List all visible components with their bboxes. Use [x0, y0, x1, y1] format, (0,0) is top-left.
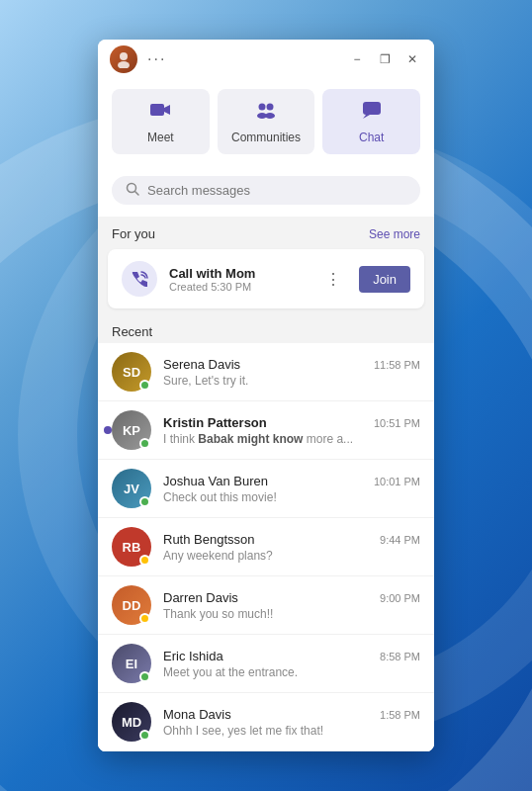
chat-preview-text: Meet you at the entrance.: [163, 665, 298, 679]
avatar-wrap: KP: [112, 410, 151, 450]
chat-icon: [361, 99, 383, 126]
svg-marker-9: [363, 115, 370, 119]
chat-name: Darren Davis: [163, 590, 238, 605]
svg-marker-3: [164, 105, 170, 115]
maximize-button[interactable]: ❐: [375, 49, 395, 69]
chat-time: 11:58 PM: [374, 359, 420, 371]
chat-name: Joshua Van Buren: [163, 474, 268, 488]
chat-preview-text: Check out this movie!: [163, 490, 277, 504]
call-info: Call with Mom Created 5:30 PM: [169, 266, 313, 293]
chat-content: Kristin Patterson 10:51 PM I think Babak…: [163, 415, 420, 446]
chat-nav-button[interactable]: Chat: [322, 89, 420, 154]
avatar-wrap: SD: [112, 352, 151, 392]
chat-preview: Check out this movie!: [163, 490, 420, 504]
chat-item[interactable]: MD Mona Davis 1:58 PM Ohhh I see, yes le…: [98, 693, 434, 751]
call-card: Call with Mom Created 5:30 PM ⋮ Join: [108, 249, 424, 308]
chat-top: Kristin Patterson 10:51 PM: [163, 415, 420, 430]
minimize-button[interactable]: −: [347, 49, 367, 69]
call-name: Call with Mom: [169, 266, 313, 281]
chat-list: SD Serena Davis 11:58 PM Sure, Let's try…: [98, 343, 434, 751]
avatar-wrap: RB: [112, 527, 151, 567]
status-indicator: [139, 380, 150, 391]
chat-item[interactable]: RB Ruth Bengtsson 9:44 PM Any weekend pl…: [98, 518, 434, 576]
chat-preview: I think Babak might know more a...: [163, 432, 420, 446]
search-section: [98, 168, 434, 217]
status-indicator: [139, 730, 150, 741]
communities-icon: [255, 99, 277, 126]
chat-preview-text: Any weekend plans?: [163, 549, 273, 563]
chat-top: Ruth Bengtsson 9:44 PM: [163, 532, 420, 547]
chat-preview: Thank you so much!!: [163, 607, 420, 621]
more-options-button[interactable]: ···: [147, 50, 166, 68]
chat-time: 8:58 PM: [380, 651, 420, 662]
call-time: Created 5:30 PM: [169, 281, 313, 293]
status-indicator: [139, 671, 150, 682]
chat-preview-text: Sure, Let's try it.: [163, 374, 248, 388]
status-indicator: [139, 496, 150, 507]
call-icon: [122, 261, 157, 297]
svg-point-4: [259, 104, 266, 111]
status-indicator: [139, 613, 150, 624]
search-bar: [112, 176, 420, 205]
chat-time: 1:58 PM: [380, 709, 420, 721]
unread-indicator: [104, 426, 112, 434]
chat-top: Joshua Van Buren 10:01 PM: [163, 474, 420, 488]
svg-point-0: [120, 52, 128, 60]
chat-top: Darren Davis 9:00 PM: [163, 590, 420, 605]
chat-content: Serena Davis 11:58 PM Sure, Let's try it…: [163, 357, 420, 388]
chat-preview: Meet you at the entrance.: [163, 665, 420, 679]
chat-top: Eric Ishida 8:58 PM: [163, 649, 420, 663]
chat-preview: Ohhh I see, yes let me fix that!: [163, 724, 420, 738]
chat-content: Mona Davis 1:58 PM Ohhh I see, yes let m…: [163, 707, 420, 738]
chat-content: Ruth Bengtsson 9:44 PM Any weekend plans…: [163, 532, 420, 563]
communities-nav-button[interactable]: Communities: [218, 89, 315, 154]
chat-top: Mona Davis 1:58 PM: [163, 707, 420, 722]
avatar-wrap: MD: [112, 702, 151, 742]
join-button[interactable]: Join: [359, 266, 410, 293]
chat-preview-text: Thank you so much!!: [163, 607, 273, 621]
chat-time: 10:51 PM: [374, 417, 420, 429]
avatar-wrap: DD: [112, 585, 151, 625]
avatar-wrap: EI: [112, 644, 151, 683]
call-more-options[interactable]: ⋮: [325, 270, 341, 289]
svg-point-7: [265, 113, 275, 119]
meet-icon: [149, 99, 171, 126]
chat-item[interactable]: SD Serena Davis 11:58 PM Sure, Let's try…: [98, 343, 434, 401]
chat-item[interactable]: JV Joshua Van Buren 10:01 PM Check out t…: [98, 460, 434, 518]
chat-top: Serena Davis 11:58 PM: [163, 357, 420, 372]
chat-preview: Any weekend plans?: [163, 549, 420, 563]
chat-item[interactable]: DD Darren Davis 9:00 PM Thank you so muc…: [98, 576, 434, 635]
close-button[interactable]: ✕: [402, 49, 422, 69]
chat-name: Eric Ishida: [163, 649, 223, 663]
app-window: ··· − ❐ ✕ Meet: [98, 40, 434, 751]
chat-item[interactable]: EI Eric Ishida 8:58 PM Meet you at the e…: [98, 635, 434, 693]
chat-item[interactable]: KP Kristin Patterson 10:51 PM I think Ba…: [98, 401, 434, 460]
chat-name: Ruth Bengtsson: [163, 532, 255, 547]
meet-label: Meet: [147, 131, 174, 144]
content-area: For you See more Call with Mom Created 5…: [98, 217, 434, 751]
svg-rect-2: [150, 104, 164, 116]
svg-point-5: [267, 104, 274, 111]
svg-point-1: [118, 61, 130, 68]
window-controls: − ❐ ✕: [347, 49, 422, 69]
see-more-button[interactable]: See more: [369, 227, 420, 241]
avatar-wrap: JV: [112, 469, 151, 508]
for-you-header: For you See more: [98, 217, 434, 249]
chat-content: Eric Ishida 8:58 PM Meet you at the entr…: [163, 649, 420, 679]
chat-name: Mona Davis: [163, 707, 231, 722]
search-icon: [126, 182, 139, 199]
communities-label: Communities: [231, 131, 301, 144]
status-indicator: [139, 438, 150, 449]
chat-preview-text: I think Babak might know more a...: [163, 432, 353, 446]
chat-preview-text: Ohhh I see, yes let me fix that!: [163, 724, 323, 738]
avatar: [110, 45, 137, 73]
search-input[interactable]: [147, 183, 406, 198]
chat-time: 9:44 PM: [380, 534, 420, 546]
recent-header: Recent: [98, 318, 434, 343]
status-indicator: [139, 555, 150, 566]
chat-name: Kristin Patterson: [163, 415, 267, 430]
chat-label: Chat: [359, 131, 384, 144]
meet-nav-button[interactable]: Meet: [112, 89, 210, 154]
chat-name: Serena Davis: [163, 357, 240, 372]
chat-content: Darren Davis 9:00 PM Thank you so much!!: [163, 590, 420, 621]
